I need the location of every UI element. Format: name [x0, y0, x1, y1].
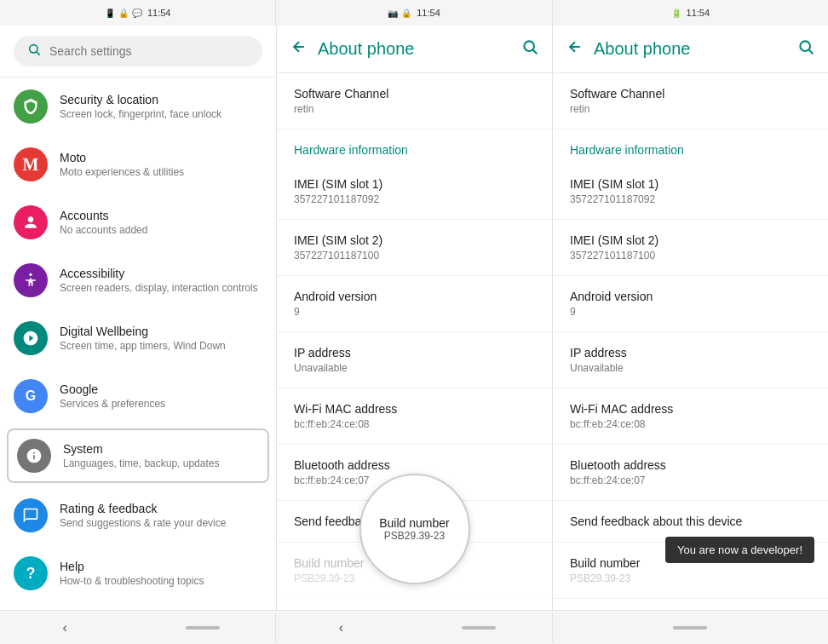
right-imei1-title: IMEI (SIM slot 1) — [570, 177, 811, 191]
middle-imei2-title: IMEI (SIM slot 2) — [294, 233, 535, 247]
svg-point-0 — [30, 45, 37, 53]
right-sw-channel[interactable]: Software Channel retin — [553, 73, 828, 129]
moto-title: Moto — [60, 151, 262, 164]
svg-point-2 — [29, 273, 32, 276]
sidebar-item-accessibility[interactable]: Accessibility Screen readers, display, i… — [0, 251, 276, 309]
sidebar-item-help[interactable]: ? Help How-to & troubleshooting topics — [0, 544, 276, 602]
status-time-left: 11:54 — [147, 8, 171, 18]
search-input[interactable] — [49, 44, 249, 58]
accessibility-subtitle: Screen readers, display, interaction con… — [60, 282, 262, 294]
sidebar-item-security[interactable]: Security & location Screen lock, fingerp… — [0, 78, 276, 135]
nav-section-mid: ‹ — [276, 613, 552, 642]
accounts-subtitle: No accounts added — [60, 224, 262, 236]
moto-subtitle: Moto experiences & utilities — [60, 166, 262, 178]
middle-bt-title: Bluetooth address — [294, 458, 535, 472]
right-imei1-subtitle: 357227101187092 — [570, 193, 811, 205]
middle-ip[interactable]: IP address Unavailable — [277, 332, 552, 388]
rating-icon — [14, 498, 48, 532]
right-wifi-subtitle: bc:ff:eb:24:ce:08 — [570, 418, 811, 430]
system-subtitle: Languages, time, backup, updates — [63, 457, 259, 469]
nav-sections: ‹ ‹ — [0, 613, 828, 642]
middle-imei2[interactable]: IMEI (SIM slot 2) 357227101187100 — [277, 220, 552, 276]
digital-title: Digital Wellbeing — [60, 325, 262, 338]
middle-imei1[interactable]: IMEI (SIM slot 1) 357227101187092 — [277, 164, 552, 220]
help-title: Help — [60, 560, 262, 573]
right-android[interactable]: Android version 9 — [553, 276, 828, 332]
svg-point-5 — [800, 41, 810, 51]
accounts-title: Accounts — [60, 209, 262, 222]
google-title: Google — [60, 382, 262, 396]
right-imei1[interactable]: IMEI (SIM slot 1) 357227101187092 — [553, 164, 828, 220]
status-icon-lock-mid: 🔒 — [401, 9, 411, 18]
middle-wifi[interactable]: Wi-Fi MAC address bc:ff:eb:24:ce:08 — [277, 388, 552, 445]
help-subtitle: How-to & troubleshooting topics — [60, 575, 262, 587]
build-number-circle[interactable]: Build number PSB29.39-23 — [359, 474, 470, 584]
nav-back-mid[interactable]: ‹ — [332, 613, 350, 642]
right-ip[interactable]: IP address Unavailable — [553, 332, 828, 388]
right-about-content: Software Channel retin Hardware informat… — [553, 73, 828, 610]
status-time-mid: 11:54 — [417, 8, 440, 18]
moto-text: Moto Moto experiences & utilities — [60, 151, 262, 178]
scroll-indicator-right — [673, 626, 707, 630]
digital-text: Digital Wellbeing Screen time, app timer… — [60, 325, 262, 352]
rating-subtitle: Send suggestions & rate your device — [60, 517, 262, 529]
right-back-button[interactable] — [566, 38, 584, 60]
middle-content-wrapper: Software Channel retin Hardware informat… — [277, 73, 552, 610]
middle-imei1-subtitle: 357227101187092 — [294, 193, 535, 205]
rating-text: Rating & feedback Send suggestions & rat… — [60, 502, 262, 529]
sidebar-item-accounts[interactable]: Accounts No accounts added — [0, 193, 276, 251]
nav-back-left[interactable]: ‹ — [56, 613, 74, 642]
middle-wifi-subtitle: bc:ff:eb:24:ce:08 — [294, 418, 535, 430]
middle-search-button[interactable] — [521, 38, 538, 60]
middle-android[interactable]: Android version 9 — [277, 276, 552, 332]
right-imei2-title: IMEI (SIM slot 2) — [570, 233, 811, 247]
right-sw-channel-subtitle: retin — [570, 103, 811, 115]
security-text: Security & location Screen lock, fingerp… — [60, 93, 262, 120]
sidebar-item-rating[interactable]: Rating & feedback Send suggestions & rat… — [0, 486, 276, 544]
status-icon-cam: 📷 — [388, 9, 398, 18]
build-circle-title-text: Build number — [379, 516, 450, 530]
status-icons-mid: 📷 🔒 — [388, 9, 411, 18]
right-wifi-title: Wi-Fi MAC address — [570, 402, 811, 416]
middle-ip-title: IP address — [294, 346, 535, 359]
right-imei2[interactable]: IMEI (SIM slot 2) 357227101187100 — [553, 220, 828, 276]
status-icon-screenshot: 📱 — [105, 9, 115, 18]
build-circle-value-text: PSB29.39-23 — [384, 530, 445, 542]
search-icon — [27, 43, 41, 60]
right-wifi[interactable]: Wi-Fi MAC address bc:ff:eb:24:ce:08 — [553, 388, 828, 445]
right-imei2-subtitle: 357227101187100 — [570, 250, 811, 262]
right-feedback-title: Send feedback about this device — [570, 515, 811, 528]
svg-line-1 — [37, 52, 40, 55]
search-input-wrapper[interactable] — [14, 36, 262, 66]
developer-toast: You are now a developer! — [665, 537, 814, 563]
nav-section-left: ‹ — [0, 613, 276, 642]
accounts-icon — [14, 205, 48, 239]
system-icon — [17, 439, 51, 473]
main-layout: Security & location Screen lock, fingerp… — [0, 26, 828, 610]
right-bt[interactable]: Bluetooth address bc:ff:eb:24:ce:07 — [553, 445, 828, 501]
status-icons-left: 📱 🔒 💬 — [105, 9, 142, 18]
right-bt-title: Bluetooth address — [570, 458, 811, 472]
google-subtitle: Services & preferences — [60, 398, 262, 410]
system-title: System — [63, 442, 259, 456]
sidebar-item-digital[interactable]: Digital Wellbeing Screen time, app timer… — [0, 309, 276, 367]
middle-about-title: About phone — [318, 39, 511, 59]
help-text: Help How-to & troubleshooting topics — [60, 560, 262, 587]
sidebar-item-google[interactable]: G Google Services & preferences — [0, 367, 276, 425]
middle-wifi-title: Wi-Fi MAC address — [294, 402, 535, 416]
sidebar-item-system[interactable]: System Languages, time, backup, updates — [7, 428, 269, 483]
left-panel: Security & location Screen lock, fingerp… — [0, 26, 277, 610]
sidebar-item-moto[interactable]: M Moto Moto experiences & utilities — [0, 135, 276, 193]
status-icon-msg-left: 💬 — [132, 9, 142, 18]
scroll-indicator-left — [186, 626, 220, 630]
middle-sw-channel[interactable]: Software Channel retin — [277, 73, 552, 129]
middle-imei2-subtitle: 357227101187100 — [294, 250, 535, 262]
right-search-button[interactable] — [797, 38, 814, 60]
svg-point-3 — [524, 41, 534, 51]
svg-line-6 — [809, 50, 814, 55]
middle-back-button[interactable] — [290, 38, 308, 60]
middle-hw-section: Hardware information — [277, 129, 552, 164]
right-build-subtitle: PSB29.39-23 — [570, 572, 811, 584]
status-section-right: 🔋 11:54 — [553, 0, 828, 26]
right-about-title: About phone — [594, 39, 787, 59]
